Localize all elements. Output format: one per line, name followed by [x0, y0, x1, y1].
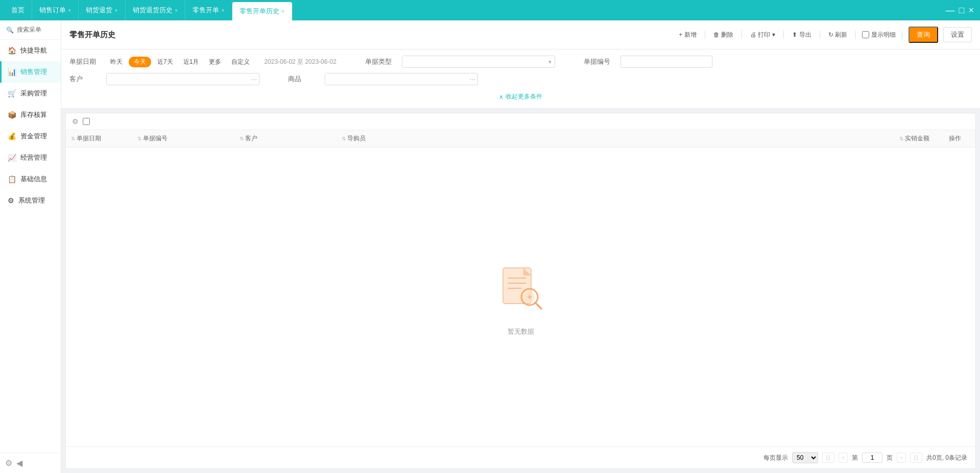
page-label: 第 — [852, 454, 858, 462]
sidebar-label-finance: 资金管理 — [20, 132, 47, 141]
maximize-icon[interactable]: □ — [959, 5, 965, 16]
nav-tab-close-retail-open-history[interactable]: × — [281, 8, 284, 14]
top-nav: 首页销售订单×销货退货×销货退货历史×零售开单×零售开单历史× — □ × — [0, 0, 980, 20]
nav-tab-sales-return-history[interactable]: 销货退货历史× — [126, 0, 185, 20]
sidebar-icon-base-info: 📋 — [8, 175, 16, 183]
goods-select-wrap[interactable]: ··· — [325, 73, 478, 85]
customer-input[interactable] — [107, 73, 249, 85]
page-header: 零售开单历史 + 新增 🗑 删除 🖨 打印 ▾ ⬆ 导出 ↻ 刷新 显示明细 — [61, 20, 980, 49]
sidebar-icon-sales: 📊 — [8, 68, 16, 76]
date-opt-1month[interactable]: 近1月 — [179, 57, 203, 67]
th-sn[interactable]: ⇅ 单据编号 — [132, 130, 234, 147]
minimize-icon[interactable]: — — [946, 5, 955, 16]
page-number-input[interactable] — [862, 453, 882, 463]
sidebar-item-operations[interactable]: 📈经营管理 — [0, 147, 61, 168]
page-size-label: 每页显示 — [763, 454, 788, 462]
collapse-icon[interactable]: ◀ — [16, 458, 22, 468]
sidebar-bottom: ⚙ ◀ — [0, 453, 61, 473]
print-button[interactable]: 🖨 打印 ▾ — [748, 30, 777, 40]
nav-tab-close-sales-return[interactable]: × — [114, 7, 117, 13]
type-select-wrap[interactable]: ▾ — [402, 56, 555, 68]
total-info: 共0页, 0条记录 — [926, 454, 967, 462]
date-opt-yesterday[interactable]: 昨天 — [106, 57, 127, 67]
th-amount[interactable]: ⇅ 实销金额 — [408, 130, 935, 147]
sort-date-icon: ⇅ — [71, 136, 75, 141]
sidebar-label-operations: 经营管理 — [20, 153, 47, 162]
nav-tab-retail-open[interactable]: 零售开单× — [185, 0, 232, 20]
empty-state: 暂无数据 — [66, 147, 975, 446]
setting-button[interactable]: 设置 — [943, 27, 972, 42]
show-detail-checkbox[interactable] — [862, 31, 869, 38]
last-page-button[interactable]: ⟩⟩ — [910, 453, 922, 463]
nav-tab-home[interactable]: 首页 — [4, 0, 32, 20]
settings-icon[interactable]: ⚙ — [5, 458, 12, 468]
sidebar-item-quick-nav[interactable]: 🏠快捷导航 — [0, 40, 61, 61]
sn-input[interactable] — [620, 56, 712, 68]
nav-tab-label-sales-return-history: 销货退货历史 — [133, 6, 173, 15]
sidebar-icon-system: ⚙ — [8, 196, 14, 205]
goods-input[interactable] — [325, 73, 467, 85]
filter-row-1: 单据日期 昨天 今天 近7天 近1月 更多 自定义 2023-06-02 至 2… — [69, 56, 972, 68]
nav-tab-label-retail-open: 零售开单 — [193, 6, 219, 15]
date-opt-today[interactable]: 今天 — [129, 57, 151, 67]
sidebar-search[interactable]: 🔍 搜索采单 — [0, 20, 61, 40]
date-opt-custom[interactable]: 自定义 — [227, 57, 254, 67]
show-detail-checkbox-wrap[interactable]: 显示明细 — [862, 31, 896, 39]
nav-tab-close-sales-return-history[interactable]: × — [175, 7, 178, 13]
window-controls: — □ × — [946, 5, 980, 16]
th-date[interactable]: ⇅ 单据日期 — [66, 130, 132, 147]
customer-label: 客户 — [69, 74, 98, 84]
nav-tab-retail-open-history[interactable]: 零售开单历史× — [232, 2, 292, 20]
table-header: ⇅ 单据日期 ⇅ 单据编号 ⇅ 客户 ⇅ 导购员 ⇅ 实销金额 — [66, 130, 975, 147]
more-conditions-btn[interactable]: ∧ 收起更多条件 — [499, 92, 542, 101]
sidebar-icon-operations: 📈 — [8, 154, 16, 162]
svg-line-7 — [535, 303, 541, 309]
sidebar-icon-quick-nav: 🏠 — [8, 46, 16, 55]
sidebar-label-quick-nav: 快捷导航 — [20, 46, 47, 55]
sidebar-label-inventory: 库存核算 — [20, 110, 47, 119]
add-button[interactable]: + 新增 — [677, 30, 698, 40]
sidebar-label-purchase: 采购管理 — [20, 89, 47, 98]
th-customer[interactable]: ⇅ 客户 — [234, 130, 337, 147]
nav-tab-sales-return[interactable]: 销货退货× — [79, 0, 125, 20]
export-button[interactable]: ⬆ 导出 — [790, 30, 813, 40]
customer-select-wrap[interactable]: ··· — [106, 73, 259, 85]
sidebar-label-system: 系统管理 — [18, 196, 45, 205]
sidebar-item-system[interactable]: ⚙系统管理 — [0, 190, 61, 211]
select-all-checkbox[interactable] — [83, 118, 90, 125]
content-area: 零售开单历史 + 新增 🗑 删除 🖨 打印 ▾ ⬆ 导出 ↻ 刷新 显示明细 — [61, 20, 980, 473]
sidebar: 🔍 搜索采单 🏠快捷导航📊销售管理🛒采购管理📦库存核算💰资金管理📈经营管理📋基础… — [0, 20, 61, 473]
page-of-label: 页 — [887, 454, 893, 462]
nav-tab-sales-order[interactable]: 销售订单× — [32, 0, 79, 20]
sort-amount-icon: ⇅ — [899, 136, 903, 141]
sidebar-item-inventory[interactable]: 📦库存核算 — [0, 104, 61, 126]
th-ops: 操作 — [935, 130, 975, 147]
date-opt-7days[interactable]: 近7天 — [153, 57, 177, 67]
nav-tabs: 首页销售订单×销货退货×销货退货历史×零售开单×零售开单历史× — [4, 0, 946, 20]
sn-label: 单据编号 — [584, 57, 612, 66]
sidebar-search-label: 搜索采单 — [17, 26, 41, 34]
query-button[interactable]: 查询 — [909, 27, 938, 43]
nav-tab-close-sales-order[interactable]: × — [68, 7, 71, 13]
page-size-select[interactable]: 50 10 20 100 — [792, 452, 818, 463]
type-select-input[interactable] — [402, 56, 545, 67]
sidebar-item-base-info[interactable]: 📋基础信息 — [0, 168, 61, 190]
delete-button[interactable]: 🗑 删除 — [711, 30, 735, 40]
nav-tab-close-retail-open[interactable]: × — [221, 7, 224, 13]
filter-more-row: ∧ 收起更多条件 — [69, 90, 972, 102]
first-page-button[interactable]: ⟨⟨ — [822, 453, 834, 463]
next-page-button[interactable]: › — [897, 453, 906, 463]
sidebar-item-finance[interactable]: 💰资金管理 — [0, 126, 61, 147]
empty-text: 暂无数据 — [508, 327, 534, 336]
close-icon[interactable]: × — [968, 5, 974, 16]
sidebar-icon-purchase: 🛒 — [8, 89, 16, 97]
sidebar-item-purchase[interactable]: 🛒采购管理 — [0, 83, 61, 104]
sidebar-item-sales[interactable]: 📊销售管理 — [0, 61, 61, 83]
table-gear-icon[interactable]: ⚙ — [72, 117, 79, 126]
date-opt-more[interactable]: 更多 — [205, 57, 225, 67]
prev-page-button[interactable]: ‹ — [839, 453, 848, 463]
date-range-display: 2023-06-02 至 2023-06-02 — [264, 58, 336, 66]
refresh-button[interactable]: ↻ 刷新 — [826, 30, 849, 40]
th-guide[interactable]: ⇅ 导购员 — [337, 130, 408, 147]
nav-tab-label-sales-order: 销售订单 — [39, 6, 66, 15]
